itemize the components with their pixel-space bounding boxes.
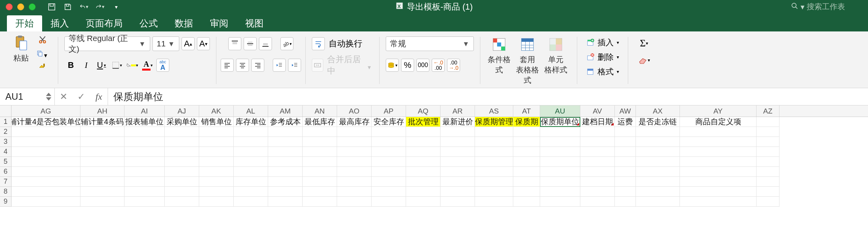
cell[interactable] <box>337 167 372 177</box>
row-header[interactable]: 5 <box>0 157 11 167</box>
minimize-window-button[interactable] <box>17 3 24 10</box>
align-left-button[interactable] <box>221 59 234 72</box>
cell[interactable] <box>165 177 199 187</box>
font-color-button[interactable]: A▾ <box>141 59 154 72</box>
cell[interactable] <box>757 197 780 207</box>
name-box[interactable]: AU1 <box>0 88 46 105</box>
accept-formula-button[interactable]: ✓ <box>72 88 90 105</box>
cell[interactable] <box>11 177 80 187</box>
qat-customize-button[interactable]: ▾ <box>111 2 121 12</box>
font-size-combo[interactable]: 11▾ <box>152 36 179 51</box>
cell[interactable] <box>680 157 757 167</box>
cell[interactable] <box>165 147 199 157</box>
align-bottom-button[interactable] <box>259 37 272 50</box>
cell[interactable]: 是否走冻链 <box>636 117 680 127</box>
cell[interactable]: 保质期管理 <box>475 117 513 127</box>
cell[interactable] <box>513 197 540 207</box>
cell[interactable] <box>268 137 303 147</box>
cell[interactable]: 报表辅单位 <box>124 117 165 127</box>
cell[interactable] <box>337 157 372 167</box>
cell[interactable] <box>303 127 337 137</box>
cell[interactable] <box>475 177 513 187</box>
cell[interactable] <box>234 147 268 157</box>
column-header[interactable]: AR <box>441 105 475 117</box>
cell[interactable] <box>615 147 636 157</box>
cell[interactable] <box>580 197 615 207</box>
align-right-button[interactable] <box>251 59 264 72</box>
cell[interactable] <box>757 187 780 197</box>
cell[interactable] <box>757 137 780 147</box>
column-header[interactable]: AU <box>540 105 580 117</box>
cell[interactable] <box>124 187 165 197</box>
cell[interactable] <box>580 137 615 147</box>
cell[interactable]: 辅计量4是否包装单位 <box>11 117 80 127</box>
underline-button[interactable]: U▾ <box>95 59 108 72</box>
cell[interactable] <box>11 197 80 207</box>
format-cells-button[interactable]: 格式▾ <box>583 65 622 78</box>
cancel-formula-button[interactable]: ✕ <box>55 88 72 105</box>
format-painter-button[interactable] <box>36 62 49 72</box>
cell[interactable] <box>11 187 80 197</box>
column-header[interactable]: AZ <box>757 105 780 117</box>
tab-insert[interactable]: 插入 <box>42 15 77 31</box>
cell[interactable] <box>199 137 234 147</box>
delete-cells-button[interactable]: 删除▾ <box>583 51 622 64</box>
column-header[interactable]: AX <box>636 105 680 117</box>
name-box-stepper[interactable] <box>46 92 54 101</box>
cell[interactable] <box>406 127 441 137</box>
cell[interactable] <box>337 177 372 187</box>
cell[interactable] <box>11 137 80 147</box>
cell[interactable] <box>11 157 80 167</box>
cell[interactable]: 销售单位 <box>199 117 234 127</box>
cell[interactable]: 最低库存 <box>303 117 337 127</box>
select-all-corner[interactable] <box>0 105 11 117</box>
cell[interactable] <box>680 197 757 207</box>
copy-button[interactable]: ▾ <box>36 48 49 58</box>
row-header[interactable]: 3 <box>0 137 11 147</box>
cell[interactable]: 批次管理 <box>406 117 441 127</box>
cell[interactable] <box>636 157 680 167</box>
cell[interactable]: 商品自定义项 <box>680 117 757 127</box>
cell[interactable] <box>234 187 268 197</box>
row-header[interactable]: 9 <box>0 197 11 207</box>
cell[interactable] <box>372 157 406 167</box>
column-header[interactable]: AK <box>199 105 234 117</box>
cell[interactable] <box>11 147 80 157</box>
cell[interactable] <box>680 127 757 137</box>
cell[interactable] <box>636 137 680 147</box>
cell[interactable] <box>580 127 615 137</box>
cell[interactable]: 库存单位 <box>234 117 268 127</box>
fx-button[interactable]: fx <box>90 88 108 105</box>
cell[interactable] <box>372 127 406 137</box>
cell[interactable] <box>124 177 165 187</box>
italic-button[interactable]: I <box>80 59 93 72</box>
tab-data[interactable]: 数据 <box>166 15 201 31</box>
autosave-icon[interactable] <box>47 2 56 12</box>
cell[interactable] <box>124 137 165 147</box>
increase-decimal-button[interactable]: ←.0.00 <box>432 59 445 72</box>
cell[interactable] <box>475 147 513 157</box>
cell[interactable]: 保质期 <box>513 117 540 127</box>
save-icon[interactable] <box>63 2 72 12</box>
cell[interactable] <box>636 147 680 157</box>
cell[interactable] <box>441 177 475 187</box>
cell[interactable] <box>513 137 540 147</box>
cell[interactable] <box>636 167 680 177</box>
cell[interactable] <box>372 167 406 177</box>
cell[interactable] <box>540 167 580 177</box>
cell[interactable] <box>680 147 757 157</box>
cell[interactable] <box>513 167 540 177</box>
fill-color-button[interactable]: ▾ <box>126 59 139 72</box>
cell[interactable] <box>513 157 540 167</box>
cell[interactable] <box>234 197 268 207</box>
cell[interactable] <box>372 177 406 187</box>
orientation-button[interactable]: ab▾ <box>280 37 293 50</box>
cell[interactable]: 辅计量4条码 <box>80 117 124 127</box>
cell[interactable] <box>636 127 680 137</box>
cell[interactable] <box>124 127 165 137</box>
cell[interactable] <box>337 187 372 197</box>
cell[interactable] <box>199 147 234 157</box>
cut-button[interactable] <box>36 35 49 45</box>
cell[interactable]: 保质期单位 <box>540 117 580 127</box>
cell[interactable] <box>580 177 615 187</box>
